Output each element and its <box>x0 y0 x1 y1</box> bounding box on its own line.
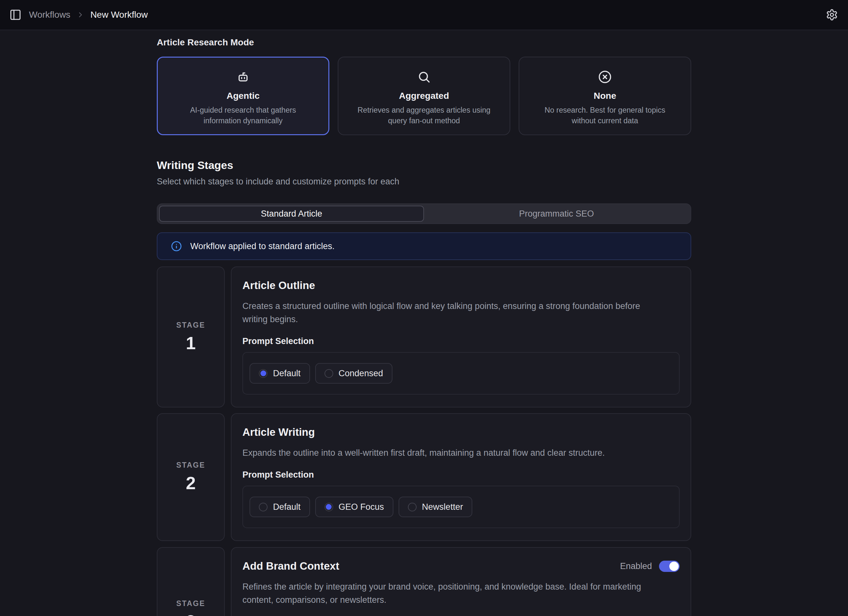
prompt-options: Default GEO Focus Newsletter <box>242 486 680 528</box>
radio-unselected-icon <box>325 369 333 378</box>
stage-title: Article Writing <box>242 426 315 438</box>
info-banner: Workflow applied to standard articles. <box>157 232 691 260</box>
stage-row-2: STAGE 2 Article Writing Expands the outl… <box>157 413 691 541</box>
stage-number: 3 <box>186 611 196 616</box>
stage-rail: STAGE 1 <box>157 267 225 407</box>
circle-x-icon <box>598 70 612 84</box>
mode-card-none[interactable]: None No research. Best for general topic… <box>519 57 691 135</box>
prompt-selection-label: Prompt Selection <box>242 336 680 346</box>
mode-card-title: None <box>594 91 616 101</box>
toggle-label: Enabled <box>620 561 652 571</box>
prompt-option-label: Condensed <box>339 369 383 379</box>
research-mode-label: Article Research Mode <box>157 37 691 47</box>
research-mode-cards: Agentic AI-guided research that gathers … <box>157 57 691 135</box>
stage-title: Article Outline <box>242 279 315 292</box>
breadcrumb-workflows[interactable]: Workflows <box>29 10 71 20</box>
stage-description: Expands the outline into a well-written … <box>242 446 659 460</box>
bot-icon <box>236 70 250 84</box>
radio-unselected-icon <box>408 503 417 511</box>
stage-row-3: STAGE 3 Add Brand Context Enabled Refine… <box>157 547 691 616</box>
prompt-option-label: Default <box>273 369 301 379</box>
stage-rail: STAGE 2 <box>157 413 225 541</box>
writing-stages-title: Writing Stages <box>157 159 691 172</box>
prompt-option-geo-focus[interactable]: GEO Focus <box>315 497 393 517</box>
article-type-tabs: Standard Article Programmatic SEO <box>157 203 691 224</box>
prompt-option-condensed[interactable]: Condensed <box>315 363 393 384</box>
tab-programmatic-seo[interactable]: Programmatic SEO <box>424 206 689 222</box>
prompt-option-default[interactable]: Default <box>249 363 310 384</box>
prompt-option-default[interactable]: Default <box>249 497 310 517</box>
prompt-selection-label: Prompt Selection <box>242 470 680 480</box>
search-icon <box>417 70 431 84</box>
writing-stages-subtitle: Select which stages to include and custo… <box>157 177 691 187</box>
gear-icon <box>826 9 838 21</box>
enabled-toggle-group: Enabled <box>620 561 680 572</box>
main-content: Article Research Mode Agentic AI-guided … <box>157 30 691 616</box>
stage-row-1: STAGE 1 Article Outline Creates a struct… <box>157 267 691 407</box>
stage-description: Refines the article by integrating your … <box>242 580 659 607</box>
mode-card-aggregated[interactable]: Aggregated Retrieves and aggregates arti… <box>338 57 510 135</box>
stage-word: STAGE <box>176 599 205 608</box>
chevron-right-icon <box>76 10 85 19</box>
stage-title: Add Brand Context <box>242 560 339 572</box>
stage-description: Creates a structured outline with logica… <box>242 300 659 326</box>
prompt-options: Default Condensed <box>242 352 680 395</box>
stage-card-article-writing: Article Writing Expands the outline into… <box>231 413 691 541</box>
info-banner-text: Workflow applied to standard articles. <box>190 241 335 251</box>
sidebar-toggle-button[interactable] <box>9 8 22 21</box>
tab-standard-article[interactable]: Standard Article <box>159 206 424 222</box>
mode-card-description: Retrieves and aggregates articles using … <box>355 105 493 126</box>
info-icon <box>171 241 182 252</box>
settings-button[interactable] <box>825 8 839 22</box>
enabled-toggle-switch[interactable] <box>659 561 680 572</box>
mode-card-title: Agentic <box>227 91 260 101</box>
stage-word: STAGE <box>176 321 205 330</box>
prompt-option-newsletter[interactable]: Newsletter <box>399 497 473 517</box>
mode-card-agentic[interactable]: Agentic AI-guided research that gathers … <box>157 57 329 135</box>
stage-rail: STAGE 3 <box>157 547 225 616</box>
stage-number: 1 <box>186 333 196 353</box>
radio-unselected-icon <box>259 503 268 511</box>
toggle-knob <box>669 561 679 571</box>
prompt-option-label: Default <box>273 502 301 512</box>
radio-selected-icon <box>325 503 333 511</box>
panel-left-icon <box>9 9 22 21</box>
stage-number: 2 <box>186 473 196 493</box>
topbar: Workflows New Workflow <box>0 0 848 30</box>
prompt-option-label: Newsletter <box>422 502 463 512</box>
stage-word: STAGE <box>176 461 205 469</box>
prompt-option-label: GEO Focus <box>339 502 384 512</box>
radio-selected-icon <box>259 369 268 378</box>
stage-card-article-outline: Article Outline Creates a structured out… <box>231 267 691 407</box>
mode-card-description: No research. Best for general topics wit… <box>536 105 674 126</box>
mode-card-description: AI-guided research that gathers informat… <box>174 105 312 126</box>
stage-card-add-brand-context: Add Brand Context Enabled Refines the ar… <box>231 547 691 616</box>
mode-card-title: Aggregated <box>399 91 449 101</box>
breadcrumb-current: New Workflow <box>90 10 148 20</box>
breadcrumb: Workflows New Workflow <box>29 10 148 20</box>
